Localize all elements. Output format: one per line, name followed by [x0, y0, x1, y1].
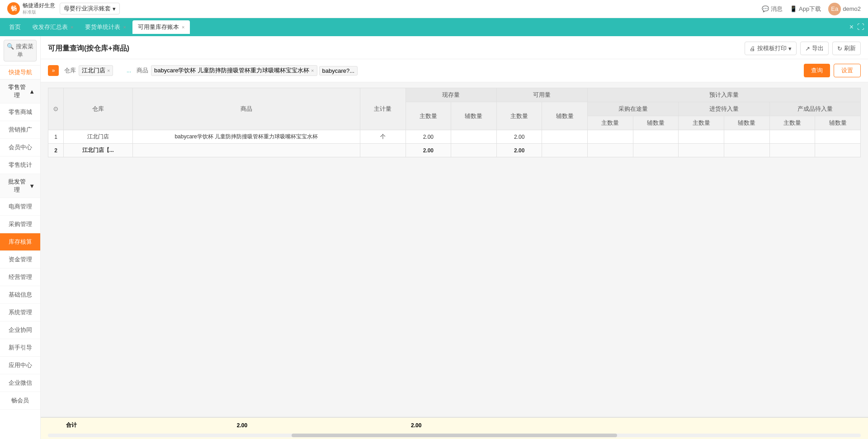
product-tag-2: babycare?... [319, 66, 358, 76]
template-print-label: 按模板打印 [757, 44, 787, 52]
purchase-transit-main-header: 主数量 [588, 116, 633, 130]
user-menu[interactable]: Ea demo2 [828, 3, 861, 15]
filter-expand-btn[interactable]: » [48, 65, 59, 76]
warehouse-tag-1-remove[interactable]: × [107, 68, 110, 73]
table-warehouse-header: 仓库 [64, 88, 133, 130]
tab-order-stats[interactable]: 要货单统计表 × [80, 20, 131, 34]
sidebar-item-finance-mgmt[interactable]: 资金管理 [0, 251, 40, 269]
sidebar-item-marketing[interactable]: 营销推广 [0, 121, 40, 139]
query-btn[interactable]: 查询 [804, 64, 830, 77]
sidebar-item-changyuan[interactable]: 畅会员 [0, 392, 40, 410]
inbound-pending-header: 进货待入量 [679, 102, 769, 116]
setting-btn[interactable]: 设置 [834, 64, 861, 77]
sidebar-item-retail-mgmt[interactable]: 零售管理 ▲ [0, 80, 40, 104]
sidebar-item-retail-stats[interactable]: 零售统计 [0, 156, 40, 174]
warehouse-tag-1: 江北门店 × [79, 65, 113, 76]
sidebar-item-member-center[interactable]: 会员中心 [0, 139, 40, 156]
fullscreen-btn[interactable]: ⛶ [857, 23, 864, 31]
horizontal-scrollbar[interactable] [48, 434, 861, 437]
row1-finished-pending-aux [815, 130, 861, 144]
finance-mgmt-label: 资金管理 [9, 255, 32, 264]
retail-stats-label: 零售统计 [9, 161, 32, 169]
footer-label: 合计 [61, 418, 183, 433]
sidebar-item-inventory-check[interactable]: 库存核算 [0, 233, 40, 251]
footer-inbound-pending-main [641, 418, 696, 433]
warehouse-filter-label: 仓库 [64, 66, 76, 75]
sidebar-item-app-center[interactable]: 应用中心 [0, 357, 40, 374]
purchase-transit-header: 采购在途量 [588, 102, 679, 116]
tab-available-stock-label: 可用量库存账本 [138, 23, 179, 31]
product-tag-1-text: babycare学饮杯 儿童防摔防撞吸管杯重力球吸嘴杯宝宝水杯 [154, 66, 309, 75]
refresh-btn[interactable]: ↻ 刷新 [832, 42, 861, 55]
sidebar-item-basic-info[interactable]: 基础信息 [0, 286, 40, 304]
sidebar-item-enterprise-collab[interactable]: 企业协同 [0, 321, 40, 339]
close-all-btn[interactable]: × [849, 23, 854, 31]
footer-table: 合计 2.00 2.00 [48, 418, 861, 433]
finished-pending-header: 产成品待入量 [769, 102, 860, 116]
tab-home[interactable]: 首页 [4, 20, 26, 34]
sidebar-quick-nav[interactable]: 快捷导航 [0, 66, 40, 80]
table-product-header: 商品 [132, 88, 360, 130]
tab-receive-send-close[interactable]: × [71, 24, 73, 30]
tab-receive-send-label: 收发存汇总表 [33, 23, 68, 31]
retail-mall-label: 零售商城 [9, 108, 32, 116]
sidebar-item-new-guide[interactable]: 新手引导 [0, 339, 40, 357]
row2-finished-pending-main [769, 144, 815, 157]
tab-available-stock-close[interactable]: × [182, 24, 184, 30]
sidebar-item-ecommerce-mgmt[interactable]: 电商管理 [0, 198, 40, 216]
product-tag-2-text: babycare?... [322, 67, 355, 74]
settings-icon[interactable]: ⚙ [53, 105, 59, 113]
sidebar-item-retail-mall[interactable]: 零售商城 [0, 104, 40, 121]
quick-nav-label: 快捷导航 [9, 69, 32, 76]
enterprise-wechat-label: 企业微信 [9, 379, 32, 387]
available-aux-header: 辅数量 [542, 102, 588, 130]
warehouse-filter-more[interactable]: ... [127, 67, 131, 74]
tab-available-stock[interactable]: 可用量库存账本 × [132, 20, 190, 34]
row1-purchase-transit-main [588, 130, 633, 144]
product-tag-1: babycare学饮杯 儿童防摔防撞吸管杯重力球吸嘴杯宝宝水杯 × [151, 65, 317, 76]
nav-tab-actions: × ⛶ [849, 23, 864, 31]
table-footer: 合计 2.00 2.00 [41, 417, 868, 439]
template-print-btn[interactable]: 🖨 按模板打印 ▾ [745, 42, 797, 55]
purchase-mgmt-label: 采购管理 [9, 220, 32, 228]
mobile-icon: 📱 [790, 5, 797, 12]
export-btn[interactable]: ↗ 导出 [800, 42, 829, 55]
tab-home-label: 首页 [9, 23, 21, 31]
row1-inbound-pending-aux [724, 130, 770, 144]
row1-warehouse: 江北门店 [64, 130, 133, 144]
ecommerce-mgmt-label: 电商管理 [9, 203, 32, 211]
row2-unit [360, 144, 406, 157]
wholesale-mgmt-arrow: ▼ [29, 183, 35, 189]
message-btn[interactable]: 💬 消息 [762, 5, 783, 13]
search-menu-btn[interactable]: 🔍 搜索菜单 [4, 40, 37, 61]
tab-order-stats-close[interactable]: × [123, 24, 126, 30]
basic-info-label: 基础信息 [9, 291, 32, 299]
table-unit-header: 主计量 [360, 88, 406, 130]
brand-sub: 标准版 [23, 9, 55, 15]
tab-order-stats-label: 要货单统计表 [85, 23, 120, 31]
sidebar-item-wholesale-mgmt[interactable]: 批发管理 ▼ [0, 174, 40, 198]
search-menu-label: 搜索菜单 [16, 43, 33, 58]
tab-receive-send[interactable]: 收发存汇总表 × [27, 20, 79, 34]
footer-finished-pending-aux [806, 418, 861, 433]
member-center-label: 会员中心 [9, 143, 32, 151]
brand-icon: 畅 [7, 2, 20, 15]
app-download-btn[interactable]: 📱 App下载 [790, 5, 821, 13]
sidebar-item-operations-mgmt[interactable]: 经营管理 [0, 269, 40, 286]
refresh-label: 刷新 [844, 44, 856, 52]
sidebar-item-system-mgmt[interactable]: 系统管理 [0, 304, 40, 321]
retail-mgmt-arrow: ▲ [29, 88, 35, 95]
row2-inbound-pending-main [679, 144, 724, 157]
inbound-pending-aux-header: 辅数量 [724, 116, 770, 130]
org-selector[interactable]: 母婴行业演示账套 ▾ [60, 3, 120, 14]
row2-purchase-transit-aux [633, 144, 679, 157]
finished-pending-aux-header: 辅数量 [815, 116, 861, 130]
sidebar-item-enterprise-wechat[interactable]: 企业微信 [0, 374, 40, 392]
product-tag-1-remove[interactable]: × [311, 68, 314, 73]
available-main-header: 主数量 [496, 102, 542, 130]
export-icon: ↗ [805, 45, 810, 52]
footer-finished-pending-main [751, 418, 806, 433]
enterprise-collab-label: 企业协同 [9, 326, 32, 334]
dropdown-icon: ▾ [788, 45, 792, 52]
sidebar-item-purchase-mgmt[interactable]: 采购管理 [0, 216, 40, 233]
